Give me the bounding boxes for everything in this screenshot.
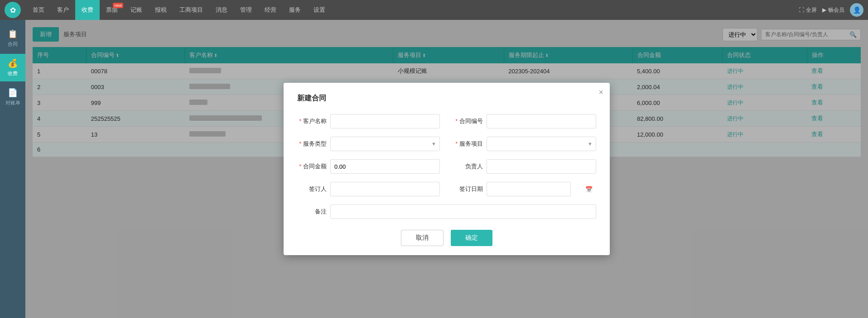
form-row-note: 备注 — [297, 204, 596, 219]
nav-message[interactable]: 消息 — [209, 0, 234, 20]
cancel-button[interactable]: 取消 — [401, 230, 444, 246]
service-item-select[interactable] — [487, 137, 596, 151]
dialog-title: 新建合同 — [297, 94, 596, 103]
amount-input[interactable] — [330, 159, 440, 174]
main-layout: 📋 合同 💰 收费 📄 对账单 新增 服务项目 进行中 已完成 已终止 — [0, 20, 868, 318]
responsible-label: 负责人 — [453, 162, 483, 171]
modal-overlay[interactable]: × 新建合同 客户名称 合同编号 服务类型 — [25, 20, 868, 318]
form-row-responsible: 负责人 — [453, 159, 596, 174]
app-logo: ✿ — [5, 2, 21, 18]
play-icon: ▶ — [822, 7, 826, 13]
nav-right-area: ⛶ 全屏 ▶ 畅会员 👤 — [799, 3, 863, 17]
confirm-button[interactable]: 确定 — [451, 230, 492, 246]
service-type-select[interactable] — [330, 137, 440, 151]
form-row-signer: 签订人 — [297, 182, 440, 196]
create-contract-dialog: × 新建合同 客户名称 合同编号 服务类型 — [284, 83, 610, 255]
dialog-form: 客户名称 合同编号 服务类型 ▼ — [297, 114, 596, 219]
signer-label: 签订人 — [297, 185, 327, 193]
sidebar: 📋 合同 💰 收费 📄 对账单 — [0, 20, 25, 318]
new-badge: new — [113, 3, 123, 8]
logo-icon: ✿ — [10, 6, 16, 14]
nav-tax[interactable]: 报税 — [149, 0, 173, 20]
user-avatar[interactable]: 👤 — [850, 3, 863, 17]
sidebar-item-contract[interactable]: 📋 合同 — [0, 24, 25, 52]
billing-icon: 💰 — [8, 58, 18, 68]
contract-no-input[interactable] — [487, 114, 596, 128]
responsible-input[interactable] — [487, 159, 596, 174]
service-type-label: 服务类型 — [297, 140, 327, 148]
fullscreen-button[interactable]: ⛶ 全屏 — [799, 6, 817, 14]
nav-billing[interactable]: 收费 — [75, 0, 100, 20]
amount-label: 合同金额 — [297, 162, 327, 171]
fullscreen-icon: ⛶ — [799, 7, 804, 13]
sign-date-input[interactable]: 2023-06-06 — [487, 182, 571, 196]
nav-business[interactable]: 工商项目 — [173, 0, 209, 20]
sidebar-item-billing[interactable]: 💰 收费 — [0, 54, 25, 81]
content-area: 新增 服务项目 进行中 已完成 已终止 🔍 序号 合同编号⬆ — [25, 20, 868, 318]
form-row-amount: 合同金额 — [297, 159, 440, 174]
nav-accounting[interactable]: 记账 — [124, 0, 149, 20]
sidebar-item-statement[interactable]: 📄 对账单 — [0, 83, 25, 111]
form-row-client: 客户名称 — [297, 114, 440, 128]
form-row-service-item: 服务项目 ▼ — [453, 137, 596, 151]
nav-operation[interactable]: 经营 — [258, 0, 283, 20]
note-input[interactable] — [330, 204, 596, 219]
form-row-service-type: 服务类型 ▼ — [297, 137, 440, 151]
service-item-field-label: 服务项目 — [453, 140, 483, 148]
member-button[interactable]: ▶ 畅会员 — [822, 6, 844, 14]
dialog-close-button[interactable]: × — [598, 88, 603, 96]
contract-icon: 📋 — [8, 29, 18, 39]
nav-items: 首页 客户 收费 票据 new 记账 报税 工商项目 消息 管理 经营 服务 设… — [26, 0, 799, 20]
sign-date-wrap: 2023-06-06 📅 — [487, 182, 596, 196]
nav-invoice[interactable]: 票据 new — [100, 0, 124, 20]
contract-no-label: 合同编号 — [453, 117, 483, 125]
dialog-footer: 取消 确定 — [297, 230, 596, 246]
signer-input[interactable] — [330, 182, 440, 196]
sign-date-label: 签订日期 — [453, 185, 483, 193]
calendar-icon[interactable]: 📅 — [585, 186, 593, 193]
service-item-select-wrap: ▼ — [487, 137, 596, 151]
top-navigation: ✿ 首页 客户 收费 票据 new 记账 报税 工商项目 消息 管理 经营 服务… — [0, 0, 868, 20]
note-label: 备注 — [297, 208, 327, 216]
nav-manage[interactable]: 管理 — [234, 0, 258, 20]
nav-service[interactable]: 服务 — [283, 0, 307, 20]
nav-client[interactable]: 客户 — [51, 0, 75, 20]
nav-settings[interactable]: 设置 — [307, 0, 332, 20]
service-type-select-wrap: ▼ — [330, 137, 440, 151]
client-name-label: 客户名称 — [297, 117, 327, 125]
nav-home[interactable]: 首页 — [26, 0, 51, 20]
statement-icon: 📄 — [8, 88, 18, 98]
client-name-input[interactable] — [330, 114, 440, 128]
form-row-contract-no: 合同编号 — [453, 114, 596, 128]
form-row-sign-date: 签订日期 2023-06-06 📅 — [453, 182, 596, 196]
